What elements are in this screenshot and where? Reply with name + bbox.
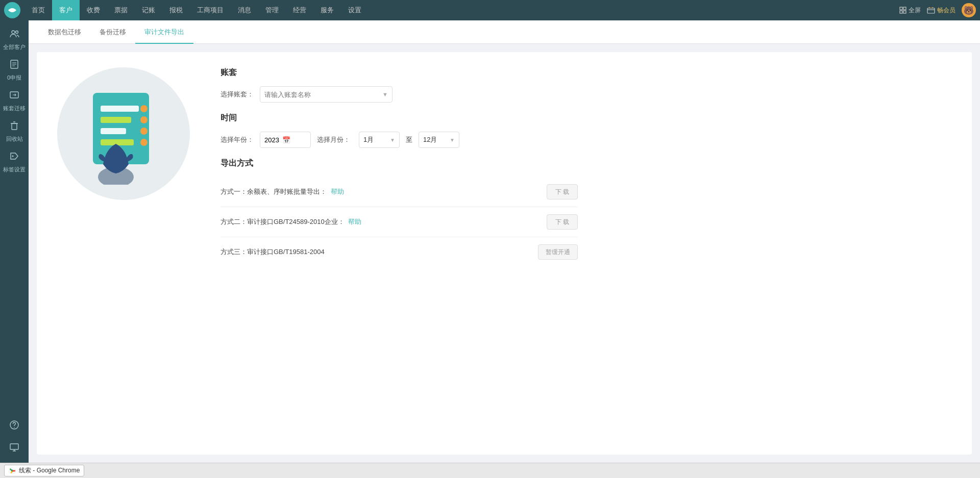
method-3-coming-soon-button[interactable]: 暂缓开通: [538, 244, 578, 260]
svg-point-22: [140, 128, 148, 135]
export-layout: 账套 选择账套： ▼ 时间 选择年份：: [57, 67, 951, 267]
svg-point-7: [16, 31, 18, 34]
page-content: 账套 选择账套： ▼ 时间 选择年份：: [37, 52, 972, 455]
nav-business[interactable]: 工商项目: [190, 0, 231, 20]
svg-point-20: [140, 105, 148, 112]
recycle-icon: [9, 120, 19, 133]
method-2-help[interactable]: 帮助: [348, 218, 361, 225]
nav-right: 全屏 畅会员 🐻: [899, 3, 976, 17]
time-separator: 至: [406, 135, 412, 144]
month-start-value: 1月: [363, 135, 374, 144]
nav-home[interactable]: 首页: [24, 0, 52, 20]
avatar[interactable]: 🐻: [962, 3, 976, 17]
nav-items: 首页 客户 收费 票据 记账 报税 工商项目 消息 管理 经营 服务 设置: [24, 0, 899, 20]
sidebar-item-recycle[interactable]: 回收站: [0, 116, 29, 147]
svg-rect-4: [903, 11, 906, 13]
export-section-title: 导出方式: [220, 158, 578, 169]
zero-declare-label: 0申报: [7, 74, 21, 82]
taskbar: 线索 - Google Chrome: [0, 463, 980, 478]
svg-rect-2: [903, 7, 906, 10]
year-label: 选择年份：: [220, 135, 254, 144]
method-3-text: 方式三：审计接口GB/T19581-2004: [220, 248, 325, 256]
month-end-chevron-icon: ▼: [450, 137, 455, 143]
member-label: 畅会员: [937, 6, 955, 15]
tab-data-migration[interactable]: 数据包迁移: [39, 21, 90, 44]
method-2-text: 方式二：审计接口GB/T24589-2010企业：: [220, 218, 345, 225]
fullscreen-button[interactable]: 全屏: [899, 6, 921, 15]
svg-rect-17: [101, 117, 131, 123]
form-section: 账套 选择账套： ▼ 时间 选择年份：: [220, 67, 578, 267]
tab-backup-migration[interactable]: 备份迁移: [90, 21, 135, 44]
method-row-1: 方式一：余额表、序时账批量导出： 帮助 下 载: [220, 177, 578, 207]
svg-rect-10: [12, 123, 17, 130]
year-value: 2023: [264, 136, 279, 144]
illustration-svg: [78, 83, 169, 185]
all-clients-icon: [9, 29, 19, 41]
zero-declare-icon: [9, 59, 19, 72]
member-button[interactable]: 畅会员: [927, 6, 955, 15]
method-row-3: 方式三：审计接口GB/T19581-2004 暂缓开通: [220, 237, 578, 267]
month-start-chevron-icon: ▼: [390, 137, 395, 143]
method-2-label: 方式二：审计接口GB/T24589-2010企业： 帮助: [220, 217, 547, 227]
sidebar-item-label-settings[interactable]: 标签设置: [0, 147, 29, 178]
account-section-title: 账套: [220, 67, 578, 78]
sidebar-item-zero-declare[interactable]: 0申报: [0, 55, 29, 86]
help-icon[interactable]: [5, 416, 23, 434]
sidebar-bottom: [5, 416, 23, 463]
nav-messages[interactable]: 消息: [231, 0, 258, 20]
all-clients-label: 全部客户: [3, 43, 26, 51]
svg-point-13: [14, 427, 15, 428]
account-select-label: 选择账套：: [220, 90, 254, 99]
nav-fees[interactable]: 收费: [80, 0, 107, 20]
logo[interactable]: [4, 2, 20, 18]
svg-rect-5: [927, 8, 935, 13]
recycle-label: 回收站: [6, 135, 23, 143]
method-1-help[interactable]: 帮助: [331, 188, 344, 195]
svg-rect-3: [900, 11, 902, 13]
method-1-text: 方式一：余额表、序时账批量导出：: [220, 188, 327, 195]
nav-invoices[interactable]: 票据: [107, 0, 135, 20]
svg-rect-18: [101, 128, 126, 134]
method-3-label: 方式三：审计接口GB/T19581-2004: [220, 247, 538, 257]
taskbar-item-chrome[interactable]: 线索 - Google Chrome: [4, 465, 84, 476]
fullscreen-label: 全屏: [909, 6, 921, 15]
sidebar-item-migration[interactable]: 账套迁移: [0, 86, 29, 116]
account-input[interactable]: [264, 91, 382, 98]
svg-rect-16: [101, 106, 139, 112]
method-1-download-button[interactable]: 下 载: [547, 184, 578, 199]
main-layout: 全部客户 0申报 账套迁移: [0, 20, 980, 463]
sidebar-item-all-clients[interactable]: 全部客户: [0, 24, 29, 55]
top-nav: 首页 客户 收费 票据 记账 报税 工商项目 消息 管理 经营 服务 设置 全屏: [0, 0, 980, 20]
nav-admin[interactable]: 管理: [258, 0, 286, 20]
method-2-download-button[interactable]: 下 载: [547, 214, 578, 230]
tabs-bar: 数据包迁移 备份迁移 审计文件导出: [29, 20, 980, 44]
month-end-select[interactable]: 12月 ▼: [419, 132, 459, 148]
method-1-label: 方式一：余额表、序时账批量导出： 帮助: [220, 187, 547, 196]
nav-clients[interactable]: 客户: [52, 0, 80, 20]
tab-audit-export[interactable]: 审计文件导出: [135, 21, 193, 44]
nav-operations[interactable]: 经营: [286, 0, 313, 20]
calendar-icon: 📅: [282, 136, 290, 144]
svg-point-6: [12, 31, 15, 34]
month-start-select[interactable]: 1月 ▼: [359, 132, 400, 148]
account-row: 选择账套： ▼: [220, 86, 578, 103]
nav-accounting[interactable]: 记账: [135, 0, 162, 20]
time-row: 选择年份： 2023 📅 选择月份： 1月 ▼ 至: [220, 132, 578, 148]
export-methods: 方式一：余额表、序时账批量导出： 帮助 下 载 方式二：审计接口GB/T2458…: [220, 177, 578, 267]
label-settings-label: 标签设置: [3, 166, 26, 173]
svg-rect-14: [10, 444, 18, 449]
svg-point-21: [140, 116, 148, 123]
nav-tax[interactable]: 报税: [162, 0, 190, 20]
nav-settings[interactable]: 设置: [341, 0, 369, 20]
year-input[interactable]: 2023 📅: [260, 132, 311, 148]
svg-rect-19: [101, 139, 134, 145]
month-label: 选择月份：: [317, 135, 353, 144]
nav-services[interactable]: 服务: [313, 0, 341, 20]
account-select[interactable]: ▼: [260, 86, 393, 103]
account-chevron-icon: ▼: [382, 91, 388, 97]
migration-label: 账套迁移: [3, 105, 26, 112]
content-area: 数据包迁移 备份迁移 审计文件导出: [29, 20, 980, 463]
monitor-icon[interactable]: [5, 438, 23, 457]
taskbar-item-label: 线索 - Google Chrome: [19, 466, 80, 475]
svg-point-23: [140, 139, 148, 146]
